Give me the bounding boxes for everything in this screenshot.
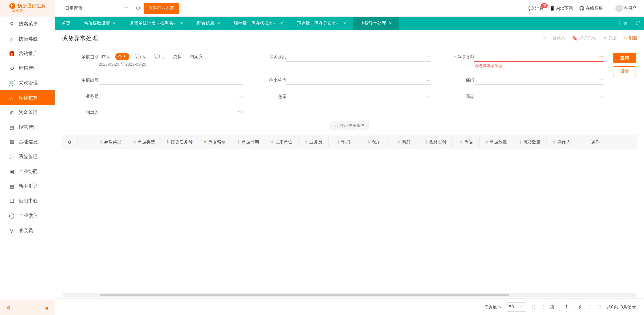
sidebar-item-sales[interactable]: ⟲销售管理	[0, 61, 55, 76]
current-page-input[interactable]	[559, 303, 574, 311]
tab-stock-dist[interactable]: 现存量（库存分布表）✕	[290, 17, 353, 30]
date-quick-1m[interactable]: 近1月	[151, 53, 168, 60]
sort-icon[interactable]: ▲▼	[425, 140, 428, 144]
close-icon[interactable]: ✕	[113, 21, 116, 26]
date-quick-custom[interactable]: 自定义	[187, 53, 206, 60]
more-icon[interactable]: ···	[239, 93, 243, 99]
query-button[interactable]: 查询	[613, 53, 636, 63]
col-bill-date[interactable]: ▲▼单据日期	[231, 135, 265, 149]
refresh-button[interactable]: ⟳刷新	[624, 35, 637, 41]
col-exception-type[interactable]: ▲▼异常类型	[94, 135, 127, 149]
bill-type-select[interactable]	[474, 53, 604, 62]
more-icon[interactable]: ···	[600, 93, 604, 99]
export-button[interactable]: ↗导出	[603, 35, 617, 41]
chevron-down-icon[interactable]: ﹀	[599, 77, 604, 83]
pager-next-button[interactable]: ⟩	[588, 304, 592, 309]
col-operator[interactable]: ▲▼操作人	[547, 135, 577, 149]
tab-stock-status[interactable]: 现存量（库存状况表）✕	[227, 17, 290, 30]
col-pick-qty[interactable]: ▲▼拣货数量	[513, 135, 547, 149]
partner-input[interactable]	[286, 76, 431, 85]
sales-input[interactable]	[99, 92, 243, 101]
app-download-button[interactable]: 📱 App下载	[550, 5, 573, 11]
sidebar-item-basicinfo[interactable]: ▦基础信息	[0, 135, 55, 149]
task-status-select[interactable]	[286, 53, 431, 62]
user-menu[interactable]: 徐泽华	[615, 5, 637, 12]
sidebar-item-inventory[interactable]: ⌂库存核算	[0, 90, 55, 105]
sidebar-item-finance[interactable]: ⊕资金管理	[0, 105, 55, 120]
sort-icon[interactable]: ▲▼	[553, 140, 556, 144]
sort-icon[interactable]: ▲▼	[519, 140, 522, 144]
col-bill-no[interactable]: ▲▼单据编号	[198, 135, 231, 149]
col-product[interactable]: ▲▼商品	[389, 135, 419, 149]
tab-price-extract[interactable]: 售价提取设置✕	[77, 17, 123, 30]
sort-icon[interactable]: ▲▼	[100, 140, 103, 144]
col-bill-qty[interactable]: ▲▼单据数量	[480, 135, 513, 149]
close-all-tabs-button[interactable]: ✕	[619, 21, 631, 26]
col-dept[interactable]: ▲▼部门	[329, 135, 359, 149]
sort-icon[interactable]: ▲▼	[305, 140, 308, 144]
sort-icon[interactable]: ▲▼	[367, 140, 371, 144]
creator-select[interactable]	[99, 108, 243, 117]
fullscreen-button[interactable]: ⛶	[632, 21, 644, 26]
col-unit[interactable]: ▲▼单位	[453, 135, 480, 149]
sidebar-item-purchase[interactable]: 🛒采购管理	[0, 76, 55, 90]
date-quick-more[interactable]: 更多	[170, 53, 184, 60]
chevron-down-icon[interactable]: ﹀	[426, 54, 431, 60]
col-sales[interactable]: ▲▼业务员	[299, 135, 329, 149]
sidebar-item-member[interactable]: V畅会员	[0, 223, 55, 238]
sort-icon[interactable]: ▲▼	[485, 140, 489, 144]
store-select[interactable]: 日用百货 ﹀	[62, 3, 132, 14]
chevron-down-icon[interactable]: ﹀	[238, 110, 243, 116]
date-quick-yesterday[interactable]: 昨天	[99, 53, 113, 60]
more-icon[interactable]: ···	[427, 77, 431, 83]
footer-gear-icon[interactable]: ⚙	[7, 305, 11, 310]
warehouse-input[interactable]	[286, 92, 431, 101]
sidebar-item-apps[interactable]: ☐应用中心	[0, 194, 55, 208]
sidebar-item-quicknav[interactable]: ⌂快捷导航	[0, 32, 55, 46]
sort-icon[interactable]: ▲▼	[237, 140, 240, 144]
col-spec[interactable]: ▲▼规格型号	[419, 135, 453, 149]
collapse-filters-button[interactable]: ︽ 收起更多条件	[330, 121, 369, 130]
col-bill-type[interactable]: ▲▼单据类型	[127, 135, 161, 149]
chevron-down-icon[interactable]: ﹀	[599, 54, 604, 60]
tab-pick-exception[interactable]: 拣货异常处理✕	[353, 17, 399, 30]
date-quick-today[interactable]: 今天	[115, 53, 129, 60]
pager-first-button[interactable]: |⟨	[531, 304, 536, 309]
tab-purchase-stats[interactable]: 进货单统计表（按商品）✕	[123, 17, 190, 30]
sidebar-item-operations[interactable]: ▤经营管理	[0, 120, 55, 135]
sort-icon[interactable]: ▲▼	[460, 140, 463, 144]
tab-home[interactable]: 首页	[55, 17, 77, 30]
pager-prev-button[interactable]: ⟨	[541, 304, 545, 309]
more-icon[interactable]: ···	[427, 93, 431, 99]
batch-edit-button[interactable]: ✎一键修改	[543, 35, 566, 41]
settings-button[interactable]: 设置	[613, 66, 636, 76]
scrollbar-thumb[interactable]	[100, 294, 509, 296]
horizontal-scrollbar[interactable]	[63, 293, 636, 297]
tab-config[interactable]: 配置信息✕	[190, 17, 227, 30]
sort-icon[interactable]: ▲▼	[204, 140, 207, 144]
sort-icon[interactable]: ▲▼	[133, 140, 137, 144]
sidebar-item-search[interactable]: ⚲搜索菜单	[0, 17, 55, 32]
sort-icon[interactable]: ▲▼	[337, 140, 340, 144]
page-size-select[interactable]: 50 ﹀	[506, 302, 526, 312]
try-industry-plan-button[interactable]: 体验行业方案	[144, 3, 179, 14]
sidebar-item-marketing[interactable]: 🎁营销推广	[0, 46, 55, 61]
settings-icon[interactable]: ⚙	[136, 5, 140, 11]
date-quick-7d[interactable]: 近7天	[132, 53, 149, 60]
col-partner[interactable]: ▲▼往来单位	[265, 135, 299, 149]
sidebar-item-system[interactable]: ◌系统管理	[0, 149, 55, 164]
sort-icon[interactable]: ▲▼	[397, 140, 401, 144]
online-support-button[interactable]: 🎧 在线客服	[579, 5, 603, 11]
close-icon[interactable]: ✕	[280, 21, 283, 26]
dept-select[interactable]	[474, 76, 604, 85]
pager-last-button[interactable]: ⟩|	[597, 304, 602, 309]
product-input[interactable]	[474, 92, 604, 101]
mark-read-button[interactable]: 🔖标记已知	[572, 35, 596, 41]
bill-no-input[interactable]	[99, 76, 243, 85]
close-icon[interactable]: ✕	[180, 21, 183, 26]
close-icon[interactable]: ✕	[343, 21, 346, 26]
close-icon[interactable]: ✕	[217, 21, 220, 26]
sidebar-item-wecom[interactable]: ◯企业微信	[0, 208, 55, 223]
col-pick-task-no[interactable]: ▲▼拣货任务号	[161, 135, 198, 149]
collapse-sidebar-icon[interactable]: ◀	[45, 305, 48, 310]
